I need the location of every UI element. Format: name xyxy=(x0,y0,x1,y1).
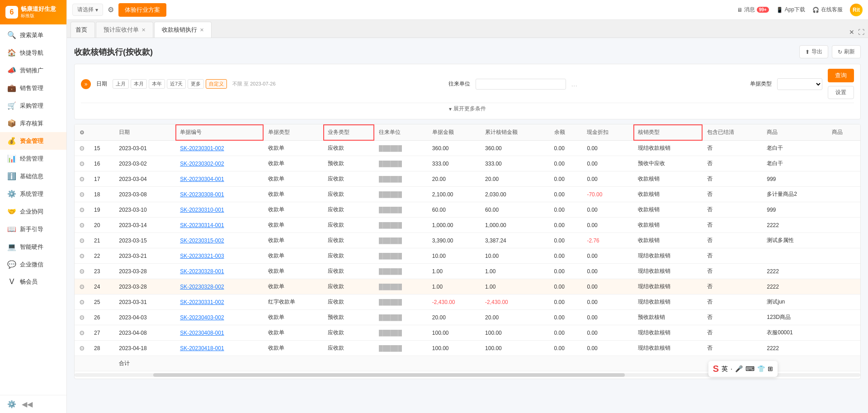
date-btn-7days[interactable]: 近7天 xyxy=(167,79,186,89)
row-setting-icon[interactable]: ⚙ xyxy=(79,314,85,321)
sidebar-item-purchase[interactable]: 🛒 采购管理 xyxy=(0,97,66,114)
sidebar-item-wechat[interactable]: 💬 企业微信 xyxy=(0,256,66,273)
row-setting-icon[interactable]: ⚙ xyxy=(79,299,85,306)
sidebar-item-hardware[interactable]: 💻 智能硬件 xyxy=(0,238,66,256)
date-btn-this-year[interactable]: 本年 xyxy=(149,79,165,89)
cell-counterpart: ██████ xyxy=(374,156,428,171)
cell-goods: 2222 xyxy=(762,218,827,233)
cell-total-cancel: 2,030.00 xyxy=(481,187,549,202)
tfoot-no xyxy=(90,356,114,371)
cell-goods2 xyxy=(827,325,860,341)
doc-no-link[interactable]: SK-20230418-001 xyxy=(180,345,224,351)
doc-no-link[interactable]: SK-20230321-003 xyxy=(180,253,224,259)
doc-no-link[interactable]: SK-20230302-002 xyxy=(180,161,224,167)
date-btn-custom[interactable]: 自定义 xyxy=(206,79,227,89)
cell-goods2 xyxy=(827,248,860,264)
cell-cancel-type: 收款核销 xyxy=(633,171,702,187)
doc-no-link[interactable]: SK-20230328-002 xyxy=(180,284,224,290)
row-setting-icon[interactable]: ⚙ xyxy=(79,329,85,337)
cell-doc-type: 收款单 xyxy=(264,341,324,356)
topbar-gear-icon[interactable]: ⚙ xyxy=(108,5,114,14)
col-setting-icon[interactable]: ⚙ xyxy=(80,129,85,136)
cell-doc-type: 收款单 xyxy=(264,202,324,218)
sidebar-item-inventory[interactable]: 📦 库存核算 xyxy=(0,114,66,132)
row-setting-icon[interactable]: ⚙ xyxy=(79,237,85,244)
tab-home[interactable]: 首页 xyxy=(71,22,95,38)
doc-no-link[interactable]: SK-20230408-001 xyxy=(180,330,224,336)
settings-icon[interactable]: ⚙️ xyxy=(7,400,16,408)
collapse-icon[interactable]: ◀◀ xyxy=(22,400,33,408)
date-btn-last-month[interactable]: 上月 xyxy=(113,79,129,89)
sidebar-item-member[interactable]: V 畅会员 xyxy=(0,273,66,290)
row-setting-icon[interactable]: ⚙ xyxy=(79,176,85,183)
doc-no-link[interactable]: SK-20230301-002 xyxy=(180,145,224,152)
doc-no-link[interactable]: SK-20230328-001 xyxy=(180,268,224,275)
sidebar-item-system[interactable]: ⚙️ 系统管理 xyxy=(0,185,66,203)
col-setting[interactable]: ⚙ xyxy=(75,124,90,141)
row-setting-icon[interactable]: ⚙ xyxy=(79,191,85,198)
sidebar-item-basic[interactable]: ℹ️ 基础信息 xyxy=(0,167,66,185)
tab-maximize-btn[interactable]: ⛶ xyxy=(858,28,864,36)
col-doc-type: 单据类型 xyxy=(264,124,324,141)
date-btn-more[interactable]: 更多 xyxy=(188,79,204,89)
setting-btn[interactable]: 设置 xyxy=(828,86,854,99)
filter-toggle-btn[interactable]: » xyxy=(81,79,91,89)
user-avatar[interactable]: Rit xyxy=(850,4,863,16)
cell-no: 23 xyxy=(90,264,114,279)
row-setting-icon[interactable]: ⚙ xyxy=(79,252,85,260)
cell-amount: 1.00 xyxy=(428,264,481,279)
cell-amount: 20.00 xyxy=(428,310,481,325)
doc-no-link[interactable]: SK-20230310-001 xyxy=(180,207,224,213)
doc-no-link[interactable]: SK-20230315-002 xyxy=(180,237,224,244)
row-setting-icon[interactable]: ⚙ xyxy=(79,268,85,275)
table-row: ⚙ 19 2023-03-10 SK-20230310-001 收款单 应收款 … xyxy=(75,202,860,218)
sidebar-item-nav[interactable]: 🏠 快捷导航 xyxy=(0,44,66,62)
tab-collection-close[interactable]: ✕ xyxy=(200,27,204,33)
cell-no: 19 xyxy=(90,202,114,218)
cell-amount: 20.00 xyxy=(428,171,481,187)
doc-no-link[interactable]: SK-20230314-001 xyxy=(180,222,224,228)
cell-cash-discount: 0.00 xyxy=(582,264,633,279)
row-setting-icon[interactable]: ⚙ xyxy=(79,345,85,352)
sidebar-item-guide[interactable]: 📖 新手引导 xyxy=(0,220,66,238)
row-setting-icon[interactable]: ⚙ xyxy=(79,160,85,167)
tab-collection[interactable]: 收款核销执行 ✕ xyxy=(154,22,212,38)
cell-cancel-type: 现结收款核销 xyxy=(633,141,702,156)
cell-counterpart: ██████ xyxy=(374,279,428,294)
row-setting-icon[interactable]: ⚙ xyxy=(79,222,85,229)
table-body: ⚙ 15 2023-03-01 SK-20230301-002 收款单 应收款 … xyxy=(75,141,860,356)
doc-type-select[interactable] xyxy=(777,78,822,90)
sidebar-item-marketing[interactable]: 📣 营销推广 xyxy=(0,62,66,79)
topbar-select[interactable]: 请选择 ▾ xyxy=(72,4,103,16)
sidebar-item-sales[interactable]: 💼 销售管理 xyxy=(0,79,66,97)
sidebar-item-search[interactable]: 🔍 搜索菜单 xyxy=(0,26,66,44)
counterpart-input[interactable] xyxy=(476,79,566,90)
sidebar-item-operations[interactable]: 📊 经营管理 xyxy=(0,150,66,167)
tab-pending-close[interactable]: ✕ xyxy=(142,27,146,33)
doc-no-link[interactable]: SK-20230308-001 xyxy=(180,191,224,198)
row-setting-icon[interactable]: ⚙ xyxy=(79,283,85,290)
doc-no-link[interactable]: SK-20230403-002 xyxy=(180,314,224,321)
tab-close-btn[interactable]: ✕ xyxy=(849,28,854,36)
cell-cancel-type: 现结收款核销 xyxy=(633,264,702,279)
expand-more-btn[interactable]: ▾ 展开更多条件 xyxy=(81,103,854,114)
app-download-action[interactable]: 📱 App下载 xyxy=(776,6,805,14)
industry-btn[interactable]: 体验行业方案 xyxy=(118,3,166,17)
table-row: ⚙ 24 2023-03-28 SK-20230328-002 收款单 应收款 … xyxy=(75,279,860,294)
row-setting-icon[interactable]: ⚙ xyxy=(79,145,85,152)
export-btn[interactable]: ⬆ 导出 xyxy=(799,45,828,58)
doc-no-link[interactable]: SK-20230304-001 xyxy=(180,176,224,182)
online-service-action[interactable]: 🎧 在线客服 xyxy=(812,6,843,14)
doc-no-link[interactable]: SK-20230331-002 xyxy=(180,299,224,305)
refresh-btn[interactable]: ↻ 刷新 xyxy=(832,45,861,58)
query-btn[interactable]: 查询 xyxy=(828,69,854,82)
table-row: ⚙ 21 2023-03-15 SK-20230315-002 收款单 应收款 … xyxy=(75,233,860,248)
row-setting-icon[interactable]: ⚙ xyxy=(79,206,85,214)
date-btn-this-month[interactable]: 本月 xyxy=(131,79,147,89)
messages-action[interactable]: 🖥 消息 99+ xyxy=(737,6,769,14)
tab-pending[interactable]: 预计应收付单 ✕ xyxy=(96,22,153,38)
cell-balance: 0.00 xyxy=(550,341,583,356)
counterpart-dots[interactable]: ... xyxy=(571,80,577,88)
sidebar-item-finance[interactable]: 💰 资金管理 xyxy=(0,132,66,150)
sidebar-item-corp[interactable]: 🤝 企业协同 xyxy=(0,203,66,220)
